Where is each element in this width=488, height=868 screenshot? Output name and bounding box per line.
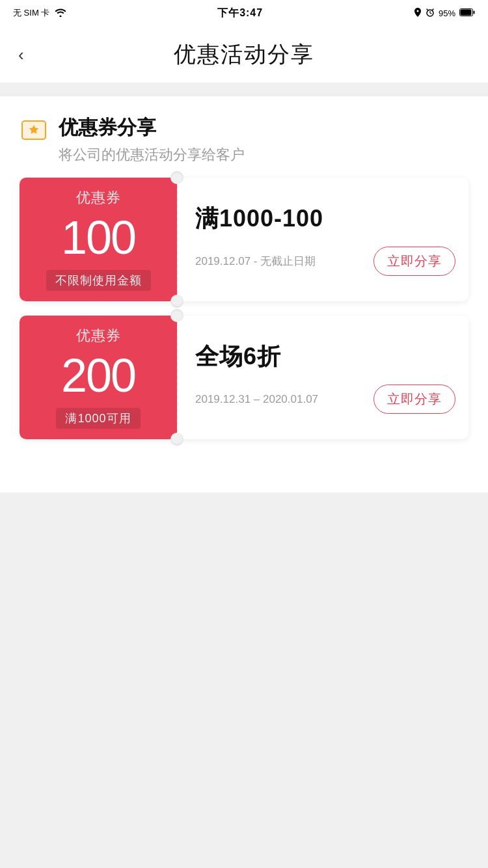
coupon-label: 优惠券 <box>76 188 121 208</box>
coupon-name: 满1000-100 <box>195 203 455 235</box>
svg-rect-2 <box>474 10 475 14</box>
coupon-name: 全场6折 <box>195 341 455 373</box>
coupon-item: 优惠券 200 满1000可用 全场6折 2019.12.31 – 2020.0… <box>20 316 468 439</box>
battery-icon <box>459 8 475 18</box>
no-sim-text: 无 SIM 卡 <box>13 7 49 19</box>
section-title: 优惠券分享 <box>59 115 245 141</box>
page-title: 优惠活动分享 <box>174 40 314 70</box>
back-button[interactable]: ‹ <box>18 46 24 63</box>
section-header: 优惠券分享 将公司的优惠活动分享给客户 <box>0 96 488 178</box>
nav-bar: ‹ 优惠活动分享 <box>0 26 488 83</box>
coupon-amount: 100 <box>61 214 135 261</box>
section-gap <box>0 83 488 96</box>
status-bar: 无 SIM 卡 下午3:47 95% <box>0 0 488 26</box>
status-left: 无 SIM 卡 <box>13 7 66 19</box>
coupon-condition: 满1000可用 <box>56 408 140 429</box>
section-text-wrap: 优惠券分享 将公司的优惠活动分享给客户 <box>59 115 245 165</box>
coupon-meta: 2019.12.07 - 无截止日期 立即分享 <box>195 247 455 276</box>
main-content: 优惠券分享 将公司的优惠活动分享给客户 优惠券 100 不限制使用金额 满100… <box>0 96 488 493</box>
coupon-left-panel: 优惠券 100 不限制使用金额 <box>20 178 177 301</box>
coupon-date: 2019.12.31 – 2020.01.07 <box>195 393 318 406</box>
svg-rect-3 <box>461 9 472 15</box>
share-button[interactable]: 立即分享 <box>373 385 455 414</box>
coupon-left-panel: 优惠券 200 满1000可用 <box>20 316 177 439</box>
location-icon <box>414 8 422 19</box>
section-subtitle: 将公司的优惠活动分享给客户 <box>59 145 245 165</box>
status-time: 下午3:47 <box>217 7 263 20</box>
wifi-icon <box>55 8 66 19</box>
coupon-list: 优惠券 100 不限制使用金额 满1000-100 2019.12.07 - 无… <box>0 178 488 473</box>
share-button[interactable]: 立即分享 <box>373 247 455 276</box>
battery-text: 95% <box>439 8 455 18</box>
coupon-right-panel: 全场6折 2019.12.31 – 2020.01.07 立即分享 <box>178 316 468 439</box>
coupon-date: 2019.12.07 - 无截止日期 <box>195 254 316 269</box>
coupon-amount: 200 <box>61 352 135 399</box>
status-right: 95% <box>414 8 475 19</box>
coupon-section-icon <box>20 116 48 144</box>
alarm-icon <box>426 8 435 19</box>
coupon-label: 优惠券 <box>76 326 121 346</box>
coupon-item: 优惠券 100 不限制使用金额 满1000-100 2019.12.07 - 无… <box>20 178 468 301</box>
empty-area <box>0 493 488 818</box>
coupon-right-panel: 满1000-100 2019.12.07 - 无截止日期 立即分享 <box>178 178 468 301</box>
coupon-condition: 不限制使用金额 <box>46 270 151 291</box>
coupon-meta: 2019.12.31 – 2020.01.07 立即分享 <box>195 385 455 414</box>
